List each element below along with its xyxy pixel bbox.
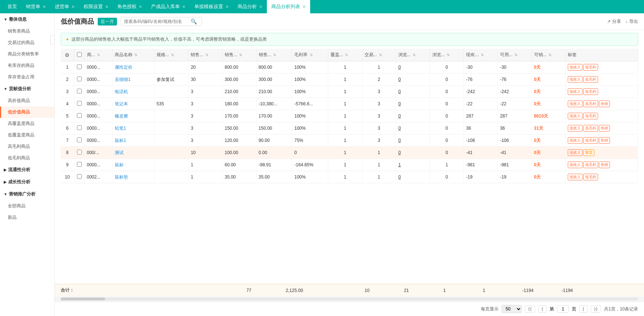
table-wrapper[interactable]: ⚙ 商... ⇅ 商品名称 ⇅ 规格... ⇅ 销售... ⇅ 销售... ⇅ … bbox=[55, 49, 644, 284]
row-view1[interactable]: 0 bbox=[396, 135, 430, 147]
view1-link[interactable]: 0 bbox=[398, 150, 401, 155]
row-name[interactable]: 吴细细1 bbox=[112, 74, 154, 86]
row-checkbox[interactable] bbox=[77, 64, 82, 69]
nav-template-close[interactable]: ✕ bbox=[225, 4, 229, 9]
view1-link[interactable]: 0 bbox=[398, 174, 401, 180]
gear-icon[interactable]: ⚙ bbox=[65, 52, 70, 58]
nav-template[interactable]: 单据模板设置 ✕ bbox=[190, 0, 233, 13]
view1-link[interactable]: 0 bbox=[398, 113, 401, 119]
page-number-input[interactable] bbox=[557, 305, 569, 313]
row-name[interactable]: 鼠标 bbox=[112, 159, 154, 171]
nav-sales[interactable]: 销货单 ✕ bbox=[21, 0, 50, 13]
row-check[interactable] bbox=[74, 74, 84, 86]
row-checkbox[interactable] bbox=[77, 150, 82, 154]
sort-sale4-icon[interactable]: ⇅ bbox=[549, 53, 551, 57]
sort-trade-icon[interactable]: ⇅ bbox=[379, 53, 382, 57]
search-icon[interactable]: 🔍 bbox=[191, 18, 197, 24]
row-check[interactable] bbox=[74, 61, 84, 74]
sidebar-section-overview[interactable]: ▼ 整体信息 bbox=[0, 13, 54, 26]
sort-cover-icon[interactable]: ⇅ bbox=[345, 53, 348, 57]
nav-product-analysis[interactable]: 商品分析 ✕ bbox=[233, 0, 267, 13]
row-check[interactable] bbox=[74, 147, 84, 159]
sort-sale3-icon[interactable]: ⇅ bbox=[273, 53, 276, 57]
view1-link[interactable]: 1 bbox=[398, 162, 401, 167]
row-checkbox[interactable] bbox=[77, 89, 82, 94]
sidebar-item-inventory-capital[interactable]: 库存资金占用 bbox=[0, 71, 54, 83]
sort-gross-icon[interactable]: ⇅ bbox=[310, 53, 313, 57]
row-view1[interactable]: 1 bbox=[396, 159, 430, 171]
nav-roles-close[interactable]: ✕ bbox=[139, 4, 142, 9]
row-check[interactable] bbox=[74, 86, 84, 98]
row-name[interactable]: 测试 bbox=[112, 147, 154, 159]
sort-sale2-icon[interactable]: ⇅ bbox=[239, 53, 242, 57]
nav-permissions-close[interactable]: ✕ bbox=[105, 4, 108, 9]
view1-link[interactable]: 0 bbox=[398, 126, 401, 131]
row-view1[interactable]: 0 bbox=[396, 61, 430, 74]
nav-permissions[interactable]: 权限设置 ✕ bbox=[79, 0, 113, 13]
nav-product-analysis-close[interactable]: ✕ bbox=[259, 4, 262, 9]
nav-stock-in-close[interactable]: ✕ bbox=[182, 4, 185, 9]
sort-avail-icon[interactable]: ⇅ bbox=[514, 53, 517, 57]
row-checkbox[interactable] bbox=[77, 77, 82, 81]
row-name[interactable]: 属性定价 bbox=[112, 61, 154, 74]
view1-link[interactable]: 0 bbox=[398, 89, 401, 94]
row-check[interactable] bbox=[74, 159, 84, 171]
nav-roles[interactable]: 角色授权 ✕ bbox=[113, 0, 147, 13]
row-name[interactable]: 铅笔1 bbox=[112, 122, 154, 135]
sidebar-item-category-sales[interactable]: 商品分类销售率 bbox=[0, 48, 54, 60]
filter-tag-recent[interactable]: 近一月 bbox=[98, 18, 117, 26]
sidebar-section-contribution[interactable]: ▼ 贡献值分析 bbox=[0, 83, 54, 95]
row-view1[interactable]: 0 bbox=[396, 171, 430, 183]
sidebar-section-circulation[interactable]: ▶ 流通性分析 bbox=[0, 164, 54, 176]
row-check[interactable] bbox=[74, 171, 84, 183]
sort-view2-icon[interactable]: ⇅ bbox=[447, 53, 450, 57]
row-view1[interactable]: 0 bbox=[396, 147, 430, 159]
row-name[interactable]: 鼠标1 bbox=[112, 135, 154, 147]
sidebar-item-high-value[interactable]: 高价值商品 bbox=[0, 95, 54, 106]
sidebar-item-low-margin[interactable]: 低毛利商品 bbox=[0, 152, 54, 164]
share-button[interactable]: ↗ 分享 bbox=[607, 18, 621, 25]
nav-stock-in[interactable]: 产成品入库单 ✕ bbox=[147, 0, 190, 13]
sort-code-icon[interactable]: ⇅ bbox=[97, 53, 100, 57]
sidebar-item-high-margin[interactable]: 高毛利商品 bbox=[0, 141, 54, 152]
nav-product-list-close[interactable]: ✕ bbox=[302, 4, 306, 9]
select-all-checkbox[interactable] bbox=[77, 52, 82, 57]
sidebar-item-traded-products[interactable]: 交易过的商品 bbox=[0, 37, 54, 48]
sidebar-item-stocked-products[interactable]: 有库存的商品 bbox=[0, 60, 54, 71]
prev-page-button[interactable]: ⟨ bbox=[538, 305, 547, 313]
sort-curr-icon[interactable]: ⇅ bbox=[481, 53, 484, 57]
view1-link[interactable]: 0 bbox=[398, 65, 401, 70]
nav-sales-close[interactable]: ✕ bbox=[43, 4, 46, 9]
row-check[interactable] bbox=[74, 98, 84, 110]
row-checkbox[interactable] bbox=[77, 137, 82, 142]
page-size-select[interactable]: 50 100 200 bbox=[502, 305, 522, 313]
sidebar-item-high-coverage[interactable]: 高覆盖度商品 bbox=[0, 118, 54, 129]
nav-purchase[interactable]: 进货单 ✕ bbox=[50, 0, 79, 13]
scrollbar-track[interactable] bbox=[61, 298, 638, 300]
view1-link[interactable]: 0 bbox=[398, 77, 401, 82]
last-page-button[interactable]: ⟩⟩ bbox=[591, 305, 601, 313]
sort-view1-icon[interactable]: ⇅ bbox=[413, 53, 416, 57]
sidebar-item-sales-products[interactable]: 销售类商品 bbox=[0, 26, 54, 37]
first-page-button[interactable]: ⟨⟨ bbox=[525, 305, 535, 313]
sidebar-section-growth[interactable]: ▶ 成长性分析 bbox=[0, 176, 54, 188]
row-view1[interactable]: 0 bbox=[396, 110, 430, 122]
row-name[interactable]: 电话机 bbox=[112, 86, 154, 98]
row-checkbox[interactable] bbox=[77, 174, 82, 179]
sidebar-item-low-value[interactable]: 低价值商品 bbox=[0, 106, 54, 118]
view1-link[interactable]: 0 bbox=[398, 138, 401, 143]
export-button[interactable]: ↓ 导出 bbox=[625, 18, 638, 25]
row-name[interactable]: 鼠标垫 bbox=[112, 171, 154, 183]
row-check[interactable] bbox=[74, 110, 84, 122]
nav-purchase-close[interactable]: ✕ bbox=[71, 4, 75, 9]
sort-name-icon[interactable]: ⇅ bbox=[134, 53, 137, 57]
row-view1[interactable]: 0 bbox=[396, 74, 430, 86]
row-name[interactable]: 橡皮擦 bbox=[112, 110, 154, 122]
sort-spec-icon[interactable]: ⇅ bbox=[171, 53, 174, 57]
sidebar-item-new-products[interactable]: 新品 bbox=[0, 212, 54, 223]
nav-home[interactable]: 首页 bbox=[3, 0, 21, 13]
sidebar-section-marketing[interactable]: ▼ 营销推广分析 bbox=[0, 188, 54, 200]
th-gear[interactable]: ⚙ bbox=[61, 49, 74, 61]
next-page-button[interactable]: ⟩ bbox=[579, 305, 588, 313]
row-checkbox[interactable] bbox=[77, 101, 82, 106]
